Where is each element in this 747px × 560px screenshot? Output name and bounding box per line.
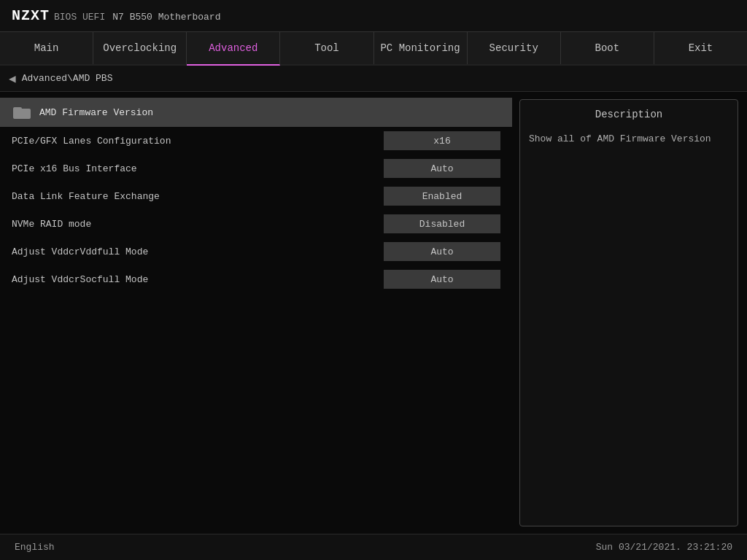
nav-tab-advanced[interactable]: Advanced [187, 32, 280, 66]
folder-icon [13, 106, 31, 119]
header-bar: NZXT BIOS UEFI N7 B550 Motherboard [0, 0, 747, 32]
settings-row-5[interactable]: Adjust VddcrSocfull ModeAuto [0, 265, 512, 293]
nav-tab-pc-monitoring[interactable]: PC Monitoring [374, 32, 468, 64]
logo-area: NZXT BIOS UEFI N7 B550 Motherboard [12, 7, 220, 24]
settings-row-value-5[interactable]: Auto [384, 270, 500, 289]
settings-row-value-1[interactable]: Auto [384, 159, 500, 178]
amd-firmware-version-label: AMD Firmware Version [39, 107, 153, 118]
settings-row-label-5: Adjust VddcrSocfull Mode [12, 274, 384, 285]
settings-row-label-1: PCIe x16 Bus Interface [12, 163, 384, 174]
nav-tab-exit[interactable]: Exit [654, 32, 747, 64]
status-bar: English Sun 03/21/2021. 23:21:20 [0, 534, 747, 560]
settings-panel: AMD Firmware Version PCIe/GFX Lanes Conf… [0, 92, 512, 534]
logo-nzxt: NZXT [12, 7, 50, 24]
breadcrumb-back-button[interactable]: ◀ [9, 71, 16, 86]
settings-row-label-4: Adjust VddcrVddfull Mode [12, 246, 384, 257]
nav-tab-overclocking[interactable]: Overclocking [93, 32, 187, 64]
status-datetime: Sun 03/21/2021. 23:21:20 [596, 542, 732, 553]
settings-row-4[interactable]: Adjust VddcrVddfull ModeAuto [0, 238, 512, 265]
breadcrumb-bar: ◀ Advanced\AMD PBS [0, 66, 747, 92]
settings-row-value-0[interactable]: x16 [384, 131, 500, 150]
description-text: Show all of AMD Firmware Version [529, 132, 729, 147]
nav-tab-security[interactable]: Security [468, 32, 561, 64]
settings-row-3[interactable]: NVMe RAID modeDisabled [0, 210, 512, 238]
settings-row-2[interactable]: Data Link Feature ExchangeEnabled [0, 182, 512, 210]
main-content: AMD Firmware Version PCIe/GFX Lanes Conf… [0, 92, 747, 534]
logo-bios: BIOS UEFI [54, 12, 105, 23]
settings-row-label-3: NVMe RAID mode [12, 219, 384, 230]
settings-row-0[interactable]: PCIe/GFX Lanes Configurationx16 [0, 127, 512, 155]
nav-tab-tool[interactable]: Tool [280, 32, 374, 64]
settings-row-value-2[interactable]: Enabled [384, 187, 500, 206]
logo-model: N7 B550 Motherboard [112, 12, 220, 23]
settings-row-label-2: Data Link Feature Exchange [12, 191, 384, 202]
settings-row-label-0: PCIe/GFX Lanes Configuration [12, 136, 384, 147]
breadcrumb-path: Advanced\AMD PBS [22, 73, 113, 84]
status-language: English [15, 542, 55, 553]
nav-tab-boot[interactable]: Boot [561, 32, 654, 64]
description-panel: Description Show all of AMD Firmware Ver… [519, 99, 738, 526]
settings-row-1[interactable]: PCIe x16 Bus InterfaceAuto [0, 155, 512, 182]
settings-row-value-3[interactable]: Disabled [384, 214, 500, 233]
nav-tab-main[interactable]: Main [0, 32, 93, 64]
amd-firmware-version-row[interactable]: AMD Firmware Version [0, 98, 512, 127]
description-title: Description [529, 109, 729, 120]
nav-bar: MainOverclockingAdvancedToolPC Monitorin… [0, 32, 747, 66]
settings-row-value-4[interactable]: Auto [384, 242, 500, 261]
